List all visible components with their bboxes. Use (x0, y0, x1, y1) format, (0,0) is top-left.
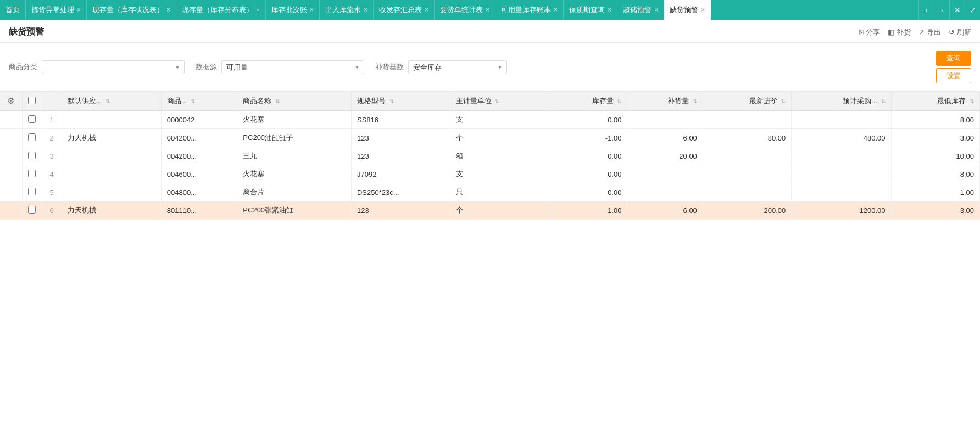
table-header-row: ⚙ 默认供应... ⇅ 商品... ⇅ 商品名称 (0, 92, 980, 111)
tab-batch[interactable]: 库存批次账 × (266, 0, 320, 20)
row-checkbox-cell[interactable] (22, 183, 42, 201)
tab-inventory-dist-label: 现存量（库存分布表） (182, 5, 253, 15)
tab-receive-summary-close[interactable]: × (425, 6, 428, 14)
tab-nav-expand[interactable]: ⤢ (965, 0, 980, 20)
tab-expiry-query[interactable]: 保质期查询 × (564, 0, 617, 20)
settings-col-icon[interactable]: ⚙ (7, 96, 14, 105)
tab-receive-summary[interactable]: 收发存汇总表 × (374, 0, 435, 20)
col-checkbox-header[interactable] (22, 92, 42, 111)
tab-batch-close[interactable]: × (310, 6, 314, 14)
tab-available-ledger[interactable]: 可用量库存账本 × (495, 0, 564, 20)
col-default-supplier-label: 默认供应... (68, 97, 102, 105)
row-min-stock-cell: 3.00 (891, 129, 979, 147)
row-checkbox-cell[interactable] (22, 147, 42, 165)
row-checkbox-cell[interactable] (22, 111, 42, 129)
table-row[interactable]: 4 004600... 火花塞 J7092 支 0.00 8.00 (0, 165, 980, 183)
sort-icon-stock: ⇅ (617, 98, 621, 104)
category-select[interactable] (42, 60, 185, 74)
datasource-select[interactable]: 可用量 库存量 (221, 60, 364, 74)
row-checkbox[interactable] (28, 115, 36, 123)
col-product-code-header[interactable]: 商品... ⇅ (161, 92, 237, 111)
tab-inventory-dist-close[interactable]: × (256, 6, 260, 14)
row-settings-cell (0, 147, 22, 165)
tab-shortage[interactable]: 缺货预警 × (664, 0, 711, 20)
row-stock-qty-cell: 0.00 (552, 111, 627, 129)
row-num-cell: 1 (42, 111, 62, 129)
row-replenish-qty-cell (627, 165, 703, 183)
tab-batch-label: 库存批次账 (271, 5, 307, 15)
select-all-checkbox[interactable] (28, 97, 36, 104)
replenish-button[interactable]: ◧ 补货 (888, 27, 911, 37)
row-replenish-qty-cell: 20.00 (627, 147, 703, 165)
tab-overstock[interactable]: 超储预警 × (617, 0, 664, 20)
tab-nav-close[interactable]: ✕ (949, 0, 965, 20)
refresh-icon: ↺ (949, 28, 955, 36)
table-row[interactable]: 3 004200... 三九 123 箱 0.00 20.00 10.00 (0, 147, 980, 165)
share-button[interactable]: ⎘ 分享 (859, 27, 880, 37)
tab-home[interactable]: 首页 (0, 0, 26, 20)
row-product-name-cell: 火花塞 (237, 111, 352, 129)
tab-inventory-dist[interactable]: 现存量（库存分布表） × (176, 0, 266, 20)
col-stock-qty-header[interactable]: 库存量 ⇅ (552, 92, 627, 111)
row-checkbox[interactable] (28, 133, 36, 141)
tab-order-stats[interactable]: 要货单统计表 × (435, 0, 495, 20)
tab-inventory-status[interactable]: 现存量（库存状况表） × (87, 0, 176, 20)
tab-nav-prev[interactable]: ‹ (918, 0, 934, 20)
table-row[interactable]: 6 力天机械 801110... PC200张紧油缸 123 个 -1.00 6… (0, 201, 980, 220)
col-settings[interactable]: ⚙ (0, 92, 22, 111)
row-stock-qty-cell: 0.00 (552, 183, 627, 201)
col-unit-header[interactable]: 主计量单位 ⇅ (450, 92, 552, 111)
col-latest-price-label: 最新进价 (749, 97, 778, 105)
tab-inout-flow[interactable]: 出入库流水 × (320, 0, 374, 20)
tab-abnormal-close[interactable]: × (77, 6, 81, 14)
filter-area: 商品分类 数据源 可用量 库存量 补货基数 安全库存 最低库存 (0, 43, 980, 92)
export-button[interactable]: ↗ 导出 (918, 27, 941, 37)
datasource-select-wrap: 可用量 库存量 (221, 60, 364, 74)
tab-expiry-query-close[interactable]: × (608, 6, 611, 14)
col-spec-header[interactable]: 规格型号 ⇅ (351, 92, 450, 111)
table-row[interactable]: 2 力天机械 004200... PC200油缸缸子 123 个 -1.00 6… (0, 129, 980, 147)
row-stock-qty-cell: -1.00 (552, 201, 627, 220)
col-latest-price-header[interactable]: 最新进价 ⇅ (703, 92, 791, 111)
row-settings-cell (0, 183, 22, 201)
row-min-stock-cell: 3.00 (891, 201, 979, 220)
row-replenish-qty-cell: 6.00 (627, 201, 703, 220)
sort-icon-est: ⇅ (881, 98, 886, 104)
tab-bar: 首页 拣货异常处理 × 现存量（库存状况表） × 现存量（库存分布表） × 库存… (0, 0, 980, 20)
row-supplier-cell (62, 165, 161, 183)
replenish-icon: ◧ (888, 28, 894, 36)
row-checkbox[interactable] (28, 188, 36, 195)
refresh-button[interactable]: ↺ 刷新 (949, 27, 971, 37)
row-checkbox-cell[interactable] (22, 129, 42, 147)
tab-nav-next[interactable]: › (934, 0, 949, 20)
tab-overstock-close[interactable]: × (654, 6, 658, 14)
tab-shortage-close[interactable]: × (701, 6, 705, 14)
col-min-stock-header[interactable]: 最低库存 ⇅ (891, 92, 979, 111)
tab-abnormal[interactable]: 拣货异常处理 × (26, 0, 87, 20)
tab-inventory-status-close[interactable]: × (166, 6, 170, 14)
setting-button[interactable]: 设置 (936, 68, 971, 83)
table-row[interactable]: 5 004800... 离合片 DS250*23c... 只 0.00 1.00 (0, 183, 980, 201)
row-product-code-cell: 004600... (161, 165, 237, 183)
row-checkbox[interactable] (28, 206, 36, 214)
tab-order-stats-close[interactable]: × (486, 6, 489, 14)
query-button[interactable]: 查询 (936, 51, 971, 66)
col-default-supplier-header[interactable]: 默认供应... ⇅ (62, 92, 161, 111)
row-checkbox[interactable] (28, 152, 36, 159)
row-checkbox-cell[interactable] (22, 165, 42, 183)
tab-inout-flow-close[interactable]: × (364, 6, 368, 14)
replenish-base-select[interactable]: 安全库存 最低库存 (408, 60, 507, 74)
row-num-cell: 3 (42, 147, 62, 165)
col-replenish-qty-header[interactable]: 补货量 ⇅ (627, 92, 703, 111)
col-product-name-header[interactable]: 商品名称 ⇅ (237, 92, 352, 111)
tab-available-ledger-close[interactable]: × (554, 6, 558, 14)
replenish-base-filter-label: 补货基数 (375, 62, 404, 72)
row-unit-cell: 支 (450, 165, 552, 183)
row-latest-price-cell (703, 183, 791, 201)
col-est-purchase-header[interactable]: 预计采购... ⇅ (792, 92, 891, 111)
row-checkbox-cell[interactable] (22, 201, 42, 220)
table-row[interactable]: 1 0000042 火花塞 SS816 支 0.00 8.00 (0, 111, 980, 129)
row-checkbox[interactable] (28, 170, 36, 177)
row-latest-price-cell (703, 111, 791, 129)
share-icon: ⎘ (859, 28, 864, 36)
